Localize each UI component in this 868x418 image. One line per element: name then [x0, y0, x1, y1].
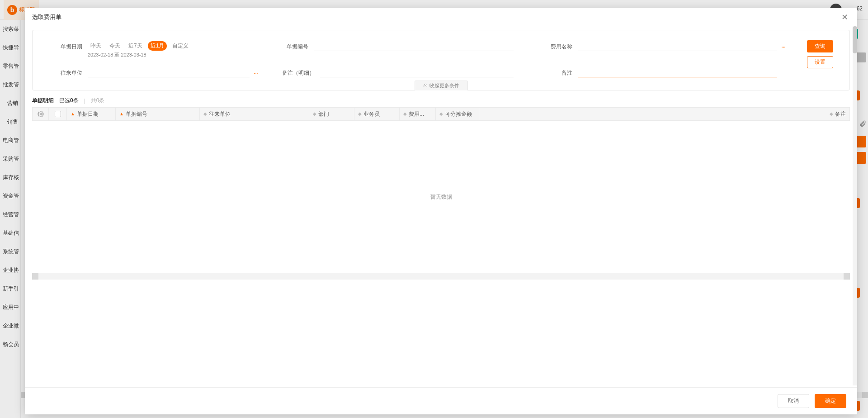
sort-icon: ◆ — [830, 112, 833, 116]
table-header: ▲单据日期 ▲单据编号 ◆往来单位 ◆部门 ◆业务员 ◆费用... ◆可分摊金额… — [32, 107, 850, 121]
select-all-cell[interactable] — [49, 108, 67, 120]
query-button[interactable]: 查询 — [807, 40, 833, 52]
empty-state: 暂无数据 — [32, 121, 850, 273]
date-label: 单据日期 — [51, 41, 82, 51]
detail-remark-input[interactable] — [320, 67, 514, 77]
cancel-button[interactable]: 取消 — [778, 394, 809, 408]
detail-remark-label: 备注（明细） — [277, 67, 315, 77]
sort-icon: ◆ — [203, 112, 207, 116]
results-table: ▲单据日期 ▲单据编号 ◆往来单位 ◆部门 ◆业务员 ◆费用... ◆可分摊金额… — [32, 107, 850, 387]
date-chip-1month[interactable]: 近1月 — [148, 41, 167, 51]
sort-icon: ◆ — [439, 112, 443, 116]
date-chip-group: 昨天 今天 近7天 近1月 自定义 — [88, 41, 191, 51]
docno-filter-field: 单据编号 — [277, 41, 514, 58]
date-chip-custom[interactable]: 自定义 — [170, 41, 191, 51]
modal-body: 查询 设置 单据日期 昨天 今天 近7天 近1月 自定义 2023-02-18 — [25, 26, 857, 387]
filter-action-buttons: 查询 设置 — [807, 40, 833, 68]
table-horizontal-scrollbar[interactable] — [32, 273, 850, 280]
separator: | — [84, 98, 85, 104]
party-label: 往来单位 — [51, 67, 82, 77]
column-operator[interactable]: ◆业务员 — [354, 108, 400, 120]
total-count: 共0条 — [91, 97, 105, 104]
fee-filter-field: 费用名称 ··· — [541, 41, 778, 58]
date-filter-field: 单据日期 昨天 今天 近7天 近1月 自定义 2023-02-18 至 2023… — [51, 41, 250, 58]
close-icon[interactable]: ✕ — [840, 10, 850, 24]
modal-title: 选取费用单 — [32, 13, 61, 21]
date-range-text: 2023-02-18 至 2023-03-18 — [88, 52, 191, 58]
modal-vertical-scrollbar[interactable] — [853, 26, 857, 385]
docno-label: 单据编号 — [277, 41, 308, 51]
column-alloc[interactable]: ◆可分摊金额 — [436, 108, 479, 120]
fee-label: 费用名称 — [541, 41, 572, 51]
column-party[interactable]: ◆往来单位 — [200, 108, 309, 120]
column-date[interactable]: ▲单据日期 — [67, 108, 116, 120]
column-fee[interactable]: ◆费用... — [400, 108, 436, 120]
party-filter-field: 往来单位 ··· — [51, 67, 250, 77]
sort-icon: ◆ — [403, 112, 407, 116]
remark-label: 备注 — [541, 67, 572, 77]
scroll-left-icon[interactable] — [32, 273, 38, 280]
select-all-checkbox[interactable] — [55, 111, 61, 117]
gear-icon — [38, 111, 44, 117]
detail-remark-filter-field: 备注（明细） — [277, 67, 514, 77]
more-icon[interactable]: ··· — [781, 43, 785, 50]
remark-input[interactable] — [578, 67, 778, 77]
column-docno[interactable]: ▲单据编号 — [116, 108, 200, 120]
filter-panel: 查询 设置 单据日期 昨天 今天 近7天 近1月 自定义 2023-02-18 — [32, 30, 850, 90]
remark-filter-field: 备注 — [541, 67, 778, 77]
collapse-filters-button[interactable]: 收起更多条件 — [415, 81, 468, 90]
svg-point-0 — [40, 113, 42, 115]
date-chip-7days[interactable]: 近7天 — [126, 41, 145, 51]
party-input[interactable] — [88, 67, 250, 77]
detail-title: 单据明细 — [32, 97, 54, 104]
collapse-label: 收起更多条件 — [429, 82, 459, 89]
column-dept[interactable]: ◆部门 — [309, 108, 354, 120]
sort-icon: ▲ — [71, 112, 75, 116]
sort-icon: ◆ — [313, 112, 316, 116]
date-chip-today[interactable]: 今天 — [107, 41, 123, 51]
more-icon[interactable]: ··· — [254, 69, 258, 76]
expense-selection-modal: 选取费用单 ✕ 查询 设置 单据日期 昨天 今天 近7天 近1月 — [25, 8, 857, 414]
confirm-button[interactable]: 确定 — [815, 394, 846, 408]
modal-footer: 取消 确定 — [25, 387, 857, 414]
column-settings-button[interactable] — [33, 108, 49, 120]
date-chip-yesterday[interactable]: 昨天 — [88, 41, 104, 51]
modal-header: 选取费用单 ✕ — [25, 8, 857, 26]
detail-header: 单据明细 已选0条 | 共0条 — [32, 97, 850, 104]
scroll-right-icon[interactable] — [844, 273, 850, 280]
fee-input[interactable] — [578, 41, 778, 51]
sort-icon: ▲ — [119, 112, 124, 116]
column-remark[interactable]: ◆备注 — [479, 108, 849, 120]
scrollbar-thumb[interactable] — [853, 26, 857, 53]
docno-input[interactable] — [314, 41, 514, 51]
sort-icon: ◆ — [358, 112, 362, 116]
chevron-up-icon — [423, 84, 428, 88]
settings-button[interactable]: 设置 — [807, 56, 833, 68]
selected-count: 已选0条 — [59, 97, 79, 104]
